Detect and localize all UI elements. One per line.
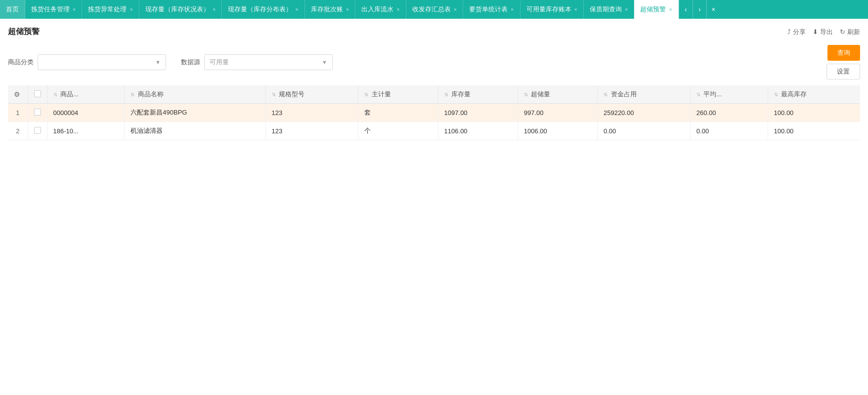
- sort-icon[interactable]: ⇅: [53, 92, 57, 97]
- nav-item-task[interactable]: 拣货任务管理 ×: [25, 0, 82, 19]
- filter-area: 商品分类 ▼ 数据源 可用量 ▼ 查询 设置: [8, 45, 860, 79]
- th-overstock: ⇅ 超储量: [518, 85, 597, 104]
- nav-close-button[interactable]: ×: [706, 0, 720, 19]
- close-icon[interactable]: ×: [454, 6, 457, 12]
- close-icon[interactable]: ×: [346, 6, 349, 12]
- nav-item-flow[interactable]: 出入库流水 ×: [355, 0, 406, 19]
- close-icon[interactable]: ×: [511, 6, 514, 12]
- cell-overstock: 997.00: [518, 104, 597, 122]
- close-icon[interactable]: ×: [295, 6, 298, 12]
- row-number: 1: [8, 104, 28, 122]
- top-navigation: 首页 拣货任务管理 × 拣货异常处理 × 现存量（库存状况表） × 现存量（库存…: [0, 0, 868, 19]
- filter-right: 查询 设置: [826, 45, 860, 79]
- cell-max-stock: 100.00: [768, 104, 860, 122]
- nav-item-exception[interactable]: 拣货异常处理 ×: [82, 0, 139, 19]
- cell-product-code: 186-10...: [47, 122, 125, 140]
- sort-icon[interactable]: ⇅: [364, 92, 368, 97]
- category-select[interactable]: ▼: [38, 54, 166, 70]
- datasource-select[interactable]: 可用量 ▼: [204, 54, 333, 70]
- cell-overstock: 1006.00: [518, 122, 597, 140]
- th-avg: ⇅ 平均...: [690, 85, 768, 104]
- nav-item-home[interactable]: 首页: [0, 0, 25, 19]
- th-spec: ⇅ 规格型号: [265, 85, 358, 104]
- th-product-name: ⇅ 商品名称: [125, 85, 265, 104]
- share-icon: ⤴: [787, 28, 791, 36]
- category-filter-group: 商品分类 ▼: [8, 54, 166, 70]
- chevron-down-icon: ▼: [322, 59, 327, 65]
- close-icon[interactable]: ×: [213, 6, 216, 12]
- filter-left: 商品分类 ▼ 数据源 可用量 ▼: [8, 54, 333, 70]
- th-stock: ⇅ 库存量: [438, 85, 518, 104]
- cell-max-stock: 100.00: [768, 122, 860, 140]
- cell-product-code: 0000004: [47, 104, 125, 122]
- main-content: 超储预警 ⤴ 分享 ⬇ 导出 ↻ 刷新 商品分类 ▼: [0, 19, 868, 395]
- nav-prev-button[interactable]: ‹: [679, 0, 693, 19]
- close-icon[interactable]: ×: [669, 6, 672, 12]
- nav-item-summary[interactable]: 收发存汇总表 ×: [406, 0, 463, 19]
- refresh-icon: ↻: [840, 28, 845, 36]
- th-checkbox: [28, 85, 47, 104]
- sort-icon[interactable]: ⇅: [774, 92, 778, 97]
- row-number: 2: [8, 122, 28, 140]
- datasource-label: 数据源: [181, 58, 200, 67]
- sort-icon[interactable]: ⇅: [272, 92, 276, 97]
- cell-spec: 123: [265, 104, 358, 122]
- row-checkbox[interactable]: [34, 109, 41, 116]
- nav-item-available[interactable]: 可用量库存账本 ×: [521, 0, 584, 19]
- select-all-checkbox[interactable]: [34, 90, 41, 97]
- nav-item-quality[interactable]: 保质期查询 ×: [584, 0, 634, 19]
- close-icon[interactable]: ×: [130, 6, 132, 12]
- cell-avg: 260.00: [690, 104, 768, 122]
- datasource-select-value: 可用量: [210, 58, 229, 67]
- nav-item-stock-dist[interactable]: 现存量（库存分布表） ×: [222, 0, 304, 19]
- sort-icon[interactable]: ⇅: [696, 92, 700, 97]
- nav-next-button[interactable]: ›: [693, 0, 706, 19]
- data-table: ⚙ ⇅ 商品... ⇅ 商品名称 ⇅ 规格型号 ⇅: [8, 85, 860, 140]
- share-button[interactable]: ⤴ 分享: [787, 28, 806, 37]
- th-max-stock: ⇅ 最高库存: [768, 85, 860, 104]
- page-header: 超储预警 ⤴ 分享 ⬇ 导出 ↻ 刷新: [8, 27, 860, 37]
- cell-unit: 套: [358, 104, 438, 122]
- cell-stock: 1106.00: [438, 122, 518, 140]
- close-icon[interactable]: ×: [574, 6, 577, 12]
- cell-avg: 0.00: [690, 122, 768, 140]
- cell-product-name: 六配套新昌490BPG: [125, 104, 265, 122]
- nav-item-demand[interactable]: 要货单统计表 ×: [463, 0, 520, 19]
- sort-icon[interactable]: ⇅: [444, 92, 448, 97]
- datasource-filter-group: 数据源 可用量 ▼: [181, 54, 333, 70]
- th-gear: ⚙: [8, 85, 28, 104]
- table-row: 1 0000004 六配套新昌490BPG 123 套 1097.00 997.…: [8, 104, 860, 122]
- nav-item-stock-status[interactable]: 现存量（库存状况表） ×: [139, 0, 222, 19]
- nav-item-overstock[interactable]: 超储预警 ×: [634, 0, 678, 19]
- cell-unit: 个: [358, 122, 438, 140]
- sort-icon[interactable]: ⇅: [524, 92, 528, 97]
- cell-product-name: 机油滤清器: [125, 122, 265, 140]
- gear-icon[interactable]: ⚙: [14, 90, 20, 98]
- export-icon: ⬇: [813, 28, 818, 36]
- header-actions: ⤴ 分享 ⬇ 导出 ↻ 刷新: [787, 28, 860, 37]
- nav-item-batch[interactable]: 库存批次账 ×: [305, 0, 355, 19]
- close-icon[interactable]: ×: [396, 6, 399, 12]
- sort-icon[interactable]: ⇅: [604, 92, 608, 97]
- page-title: 超储预警: [8, 27, 40, 37]
- setting-button[interactable]: 设置: [826, 64, 860, 79]
- row-checkbox-cell: [28, 122, 47, 140]
- row-checkbox-cell: [28, 104, 47, 122]
- query-button[interactable]: 查询: [827, 45, 860, 61]
- export-button[interactable]: ⬇ 导出: [813, 28, 833, 37]
- row-checkbox[interactable]: [34, 127, 41, 134]
- cell-capital: 0.00: [597, 122, 690, 140]
- category-label: 商品分类: [8, 58, 34, 67]
- th-unit: ⇅ 主计量: [358, 85, 438, 104]
- sort-icon[interactable]: ⇅: [130, 92, 134, 97]
- th-product-code: ⇅ 商品...: [47, 85, 125, 104]
- chevron-down-icon: ▼: [155, 59, 161, 65]
- refresh-button[interactable]: ↻ 刷新: [840, 28, 860, 37]
- close-icon[interactable]: ×: [625, 6, 628, 12]
- close-icon[interactable]: ×: [73, 6, 76, 12]
- cell-capital: 259220.00: [597, 104, 690, 122]
- th-capital: ⇅ 资金占用: [597, 85, 690, 104]
- table-header-row: ⚙ ⇅ 商品... ⇅ 商品名称 ⇅ 规格型号 ⇅: [8, 85, 860, 104]
- table-row: 2 186-10... 机油滤清器 123 个 1106.00 1006.00 …: [8, 122, 860, 140]
- cell-spec: 123: [265, 122, 358, 140]
